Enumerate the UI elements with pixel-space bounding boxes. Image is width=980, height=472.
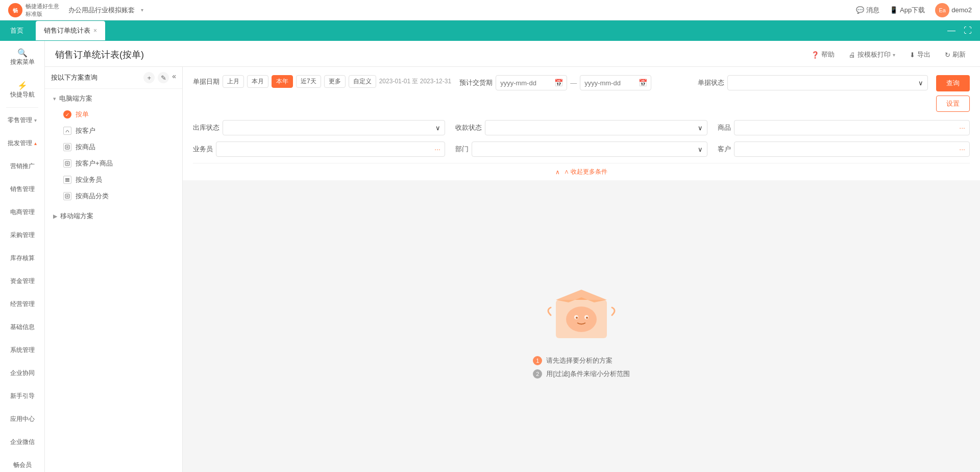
scheme-item-by-order[interactable]: ✓ 按单 <box>45 106 182 123</box>
scheme-pc-group-header[interactable]: ▾ 电脑端方案 <box>45 91 182 106</box>
scheme-panel: 按以下方案查询 + ✎ « ▾ 电脑端方案 ✓ 按单 <box>45 67 183 472</box>
empty-tip-2: 2 用[过滤]条件来缩小分析范围 <box>533 369 629 379</box>
scheme-item-by-salesman[interactable]: 按业务员 <box>45 172 182 188</box>
scheme-icon-salesman <box>63 176 71 184</box>
scheme-item-by-goods[interactable]: 按商品 <box>45 139 182 155</box>
scheme-item-by-category[interactable]: 按商品分类 <box>45 188 182 204</box>
scheme-icon-goods <box>63 143 71 151</box>
mobile-group-label: 移动端方案 <box>60 211 93 221</box>
collapse-bar[interactable]: ∧ ∧ 收起更多条件 <box>193 163 970 180</box>
sidebar-item-inventory[interactable]: 库存核算 <box>0 247 44 270</box>
out-status-select[interactable]: ∨ <box>223 120 445 135</box>
sidebar-item-newbie[interactable]: 新手引导 <box>0 385 44 408</box>
message-icon: 💬 <box>856 6 864 14</box>
date-separator: — <box>570 79 577 87</box>
app-dropdown-icon[interactable]: ▾ <box>141 7 143 13</box>
sidebar-item-purchase[interactable]: 采购管理 <box>0 224 44 247</box>
goods-input[interactable]: ··· <box>734 120 970 135</box>
sidebar-item-appstore[interactable]: 应用中心 <box>0 408 44 431</box>
customer-label: 客户 <box>718 145 731 154</box>
sidebar-item-search[interactable]: 🔍 搜索菜单 <box>0 41 44 74</box>
tab-close-icon[interactable]: × <box>93 27 97 34</box>
app-title[interactable]: 办公用品行业模拟账套 <box>68 6 135 15</box>
sidebar-item-member[interactable]: 畅会员 <box>0 454 44 472</box>
status-select[interactable]: ∨ <box>727 75 928 90</box>
scheme-mobile-group-header[interactable]: ▶ 移动端方案 <box>45 208 182 224</box>
svg-text:畅: 畅 <box>13 8 18 13</box>
user-profile[interactable]: Ea demo2 <box>935 3 972 17</box>
sidebar-item-retail[interactable]: 零售管理 ▾ <box>0 109 44 132</box>
empty-tip-1: 1 请先选择要分析的方案 <box>533 356 629 365</box>
scheme-icon-category <box>63 192 71 200</box>
chevron-right-icon: ▶ <box>53 213 57 220</box>
page-header: 销售订单统计表(按单) ❓ 帮助 🖨 按模板打印 ▾ ⬇ 导出 ↻ 刷新 <box>45 41 980 67</box>
sidebar-divider-1 <box>6 107 38 108</box>
tab-home[interactable]: 首页 <box>0 20 34 41</box>
page-title: 销售订单统计表(按单) <box>55 49 144 61</box>
expected-date-label: 预计交货期 <box>459 78 493 87</box>
sidebar-item-system[interactable]: 系统管理 <box>0 339 44 362</box>
sidebar-item-sales[interactable]: 销售管理 <box>0 178 44 201</box>
dept-select[interactable]: ∨ <box>472 141 707 157</box>
top-bar-right: 💬 消息 📱 App下载 Ea demo2 <box>856 3 972 17</box>
scheme-item-by-customer[interactable]: 按客户 <box>45 123 182 139</box>
scheme-edit-button[interactable]: ✎ <box>158 72 169 83</box>
print-icon: 🖨 <box>849 51 855 59</box>
top-bar: 畅 畅捷通好生意 标准版 办公用品行业模拟账套 ▾ 💬 消息 📱 App下载 E… <box>0 0 980 20</box>
dept-label: 部门 <box>455 145 469 154</box>
maximize-button[interactable]: ⛶ <box>962 24 974 37</box>
scheme-item-by-customer-goods[interactable]: 按客户+商品 <box>45 155 182 172</box>
tab-active[interactable]: 销售订单统计表 × <box>36 21 105 40</box>
salesman-input[interactable]: ··· <box>216 141 445 157</box>
minimize-button[interactable]: — <box>945 24 958 37</box>
sidebar-item-quicknav[interactable]: ⚡ 快捷导航 <box>0 74 44 106</box>
help-button[interactable]: ❓ 帮助 <box>807 48 839 61</box>
status-label: 单据状态 <box>698 78 724 87</box>
tab-bar: 首页 销售订单统计表 × — ⛶ <box>0 20 980 41</box>
content-body: 按以下方案查询 + ✎ « ▾ 电脑端方案 ✓ 按单 <box>45 67 980 472</box>
pay-status-select[interactable]: ∨ <box>485 120 707 135</box>
message-button[interactable]: 💬 消息 <box>856 6 879 15</box>
date-7days-btn[interactable]: 近7天 <box>296 75 321 88</box>
sidebar-item-enterprise[interactable]: 企业协同 <box>0 362 44 385</box>
sidebar-item-finance[interactable]: 资金管理 <box>0 270 44 293</box>
logo-text: 畅捷通好生意 标准版 <box>26 3 59 17</box>
logo-area: 畅 畅捷通好生意 标准版 <box>8 3 59 17</box>
export-button[interactable]: ⬇ 导出 <box>905 48 935 61</box>
print-button[interactable]: 🖨 按模板打印 ▾ <box>845 48 899 61</box>
calendar-end-icon[interactable]: 📅 <box>639 79 647 87</box>
refresh-icon: ↻ <box>945 51 950 59</box>
sidebar-item-wholesale[interactable]: 批发管理 ▴ <box>0 132 44 155</box>
scheme-collapse-button[interactable]: « <box>172 72 176 83</box>
svg-rect-3 <box>65 145 69 149</box>
pay-status-label: 收款状态 <box>455 123 482 132</box>
salesman-more-icon[interactable]: ··· <box>434 145 440 153</box>
svg-point-20 <box>586 317 588 319</box>
search-button[interactable]: 查询 <box>936 75 970 91</box>
download-button[interactable]: 📱 App下载 <box>890 6 925 15</box>
date-custom-btn[interactable]: 自定义 <box>349 75 376 88</box>
customer-more-icon[interactable]: ··· <box>959 145 965 153</box>
sidebar-item-marketing[interactable]: 营销推广 <box>0 155 44 178</box>
sidebar-item-basic[interactable]: 基础信息 <box>0 316 44 339</box>
date-this-year-btn[interactable]: 本年 <box>272 75 293 88</box>
date-last-month-btn[interactable]: 上月 <box>223 75 244 88</box>
scheme-add-button[interactable]: + <box>143 72 155 83</box>
chevron-down-icon: ▾ <box>53 96 56 102</box>
sidebar-item-operations[interactable]: 经营管理 <box>0 293 44 316</box>
tab-bar-actions: — ⛶ <box>945 24 980 37</box>
calendar-icon[interactable]: 📅 <box>554 79 563 87</box>
date-more-btn[interactable]: 更多 <box>324 75 346 88</box>
svg-rect-12 <box>65 194 69 198</box>
refresh-button[interactable]: ↻ 刷新 <box>941 48 970 61</box>
scheme-mobile-group: ▶ 移动端方案 <box>45 206 182 226</box>
sidebar-item-ecommerce[interactable]: 电商管理 <box>0 201 44 224</box>
settings-button[interactable]: 设置 <box>936 96 970 112</box>
out-status-arrow-icon: ∨ <box>435 124 440 132</box>
customer-input[interactable]: ··· <box>734 141 970 157</box>
sidebar-item-wechat[interactable]: 企业微信 <box>0 431 44 454</box>
date-this-month-btn[interactable]: 本月 <box>247 75 268 88</box>
help-icon: ❓ <box>811 51 819 59</box>
top-bar-left: 畅 畅捷通好生意 标准版 办公用品行业模拟账套 ▾ <box>8 3 143 17</box>
goods-more-icon[interactable]: ··· <box>959 124 965 132</box>
